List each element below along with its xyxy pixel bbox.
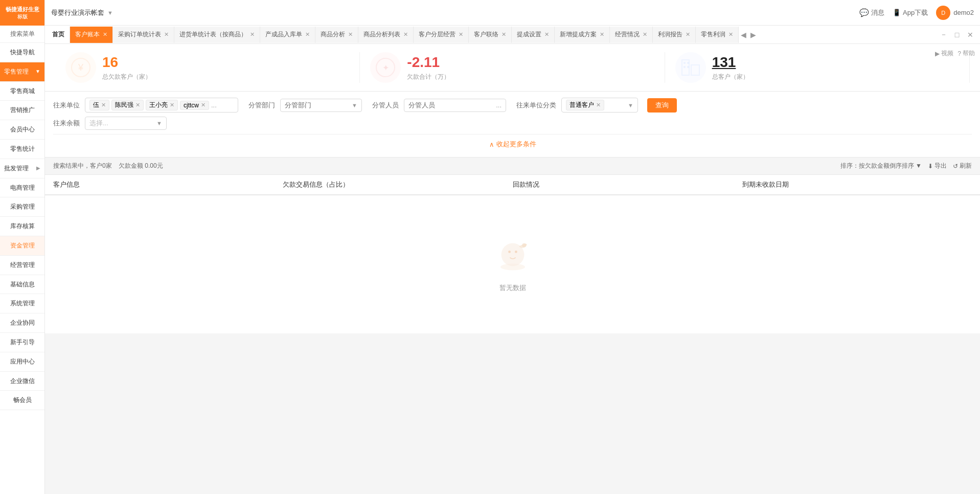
filter-more-btn[interactable]: ... <box>211 101 217 109</box>
balance-select[interactable]: 选择... ▼ <box>85 117 167 130</box>
refresh-btn[interactable]: ↺ 刷新 <box>953 162 972 170</box>
retail-mall-label: 零售商城 <box>10 87 35 95</box>
sidebar-item-system[interactable]: 系统管理 <box>0 294 44 313</box>
sidebar-item-wholesale[interactable]: 批发管理 ▶ <box>0 159 44 178</box>
tab-profit-report[interactable]: 利润报告 ✕ <box>653 27 696 43</box>
filter-tag-wang[interactable]: 王小亮 ✕ <box>146 100 178 110</box>
tab-customer-contact[interactable]: 客户联络 ✕ <box>469 27 512 43</box>
sidebar-item-member[interactable]: 会员中心 <box>0 120 44 140</box>
tab-close-icon[interactable]: ✕ <box>459 31 463 38</box>
message-btn[interactable]: 💬 消息 <box>859 8 884 17</box>
retail-label: 零售管理 <box>4 68 29 76</box>
sidebar-item-enterprise[interactable]: 企业协同 <box>0 313 44 333</box>
user-area[interactable]: D demo2 <box>936 6 974 20</box>
sidebar-item-basic-info[interactable]: 基础信息 <box>0 275 44 295</box>
tab-production[interactable]: 产成品入库单 ✕ <box>260 27 315 43</box>
sidebar-item-guide[interactable]: 新手引导 <box>0 333 44 352</box>
unit-filter-tags[interactable]: 伍 ✕ 陈民强 ✕ 王小亮 ✕ cjttcw ✕ ... <box>85 98 238 113</box>
sidebar-item-purchase[interactable]: 采购管理 <box>0 197 44 217</box>
unit-class-close[interactable]: ✕ <box>596 102 601 108</box>
app-download-btn[interactable]: 📱 App下载 <box>893 8 928 17</box>
manager-select[interactable]: 分管人员 ... <box>404 99 506 112</box>
tab-close-icon[interactable]: ✕ <box>544 31 549 38</box>
filter-tag-cjttcw[interactable]: cjttcw ✕ <box>180 101 209 110</box>
sidebar-item-operation[interactable]: 经营管理 <box>0 256 44 275</box>
tab-close-icon[interactable]: ✕ <box>643 31 647 38</box>
collapse-btn[interactable]: ∧ 收起更多条件 <box>53 138 972 151</box>
sidebar-item-inventory[interactable]: 库存核算 <box>0 217 44 236</box>
debt-customers-value: 16 <box>102 54 349 71</box>
tab-close-all-btn[interactable]: ✕ <box>965 29 976 40</box>
sidebar-item-marketing[interactable]: 营销推广 <box>0 101 44 120</box>
empty-illustration <box>492 236 533 277</box>
video-btn[interactable]: ▶ 视频 <box>935 49 953 58</box>
tab-close-icon[interactable]: ✕ <box>600 31 604 38</box>
tab-close-icon[interactable]: ✕ <box>103 31 107 38</box>
stat-help-area: ▶ 视频 ? 帮助 <box>935 49 975 58</box>
sidebar-item-quick-nav[interactable]: 快捷导航 <box>0 43 44 62</box>
store-selector[interactable]: 母婴行业演示帐套 ▼ <box>51 8 113 17</box>
unit-class-tag[interactable]: 普通客户 ✕ <box>566 100 604 110</box>
tab-incoming-stats[interactable]: 进货单统计表（按商品） ✕ <box>174 27 260 43</box>
tab-minimize-btn[interactable]: － <box>938 29 949 40</box>
tag-wang-close[interactable]: ✕ <box>170 102 174 108</box>
tab-commission-settings[interactable]: 提成设置 ✕ <box>512 27 555 43</box>
tab-purchase-stats[interactable]: 采购订单统计表 ✕ <box>113 27 174 43</box>
guide-label: 新手引导 <box>10 339 35 346</box>
tag-chen-close[interactable]: ✕ <box>135 102 140 108</box>
tab-close-icon[interactable]: ✕ <box>164 31 169 38</box>
search-btn[interactable]: 查询 <box>647 98 677 113</box>
export-label: 导出 <box>935 162 947 170</box>
tab-restore-btn[interactable]: □ <box>951 29 963 40</box>
sidebar-item-member-plus[interactable]: 畅会员 <box>0 391 44 410</box>
tag-wu-close[interactable]: ✕ <box>101 102 106 108</box>
tab-goods-analysis[interactable]: 商品分析 ✕ <box>315 27 358 43</box>
tab-close-icon[interactable]: ✕ <box>348 31 353 38</box>
sidebar-item-retail-mall[interactable]: 零售商城 <box>0 82 44 101</box>
help-btn[interactable]: ? 帮助 <box>958 49 975 58</box>
svg-rect-6 <box>683 62 686 64</box>
sort-chevron[interactable]: ▼ <box>916 162 922 169</box>
tag-cjttcw-close[interactable]: ✕ <box>201 102 206 108</box>
tab-business-situation[interactable]: 经营情况 ✕ <box>610 27 653 43</box>
sidebar-item-retail-stats[interactable]: 零售统计 <box>0 140 44 159</box>
manager-more[interactable]: ... <box>496 101 502 109</box>
unit-class-select[interactable]: 普通客户 ✕ ▼ <box>561 98 638 113</box>
tab-new-commission[interactable]: 新增提成方案 ✕ <box>555 27 610 43</box>
tab-customer-ledger[interactable]: 客户账本 ✕ <box>70 27 113 43</box>
filter-tag-wu[interactable]: 伍 ✕ <box>89 100 109 110</box>
system-label: 系统管理 <box>10 300 35 307</box>
tab-home[interactable]: 首页 <box>47 27 70 43</box>
tab-retail-profit[interactable]: 零售利润 ✕ <box>696 27 739 43</box>
search-menu-btn[interactable]: 搜索菜单 <box>0 26 44 43</box>
money-icon: ¥ <box>65 52 96 83</box>
tab-close-icon[interactable]: ✕ <box>403 31 408 38</box>
department-select[interactable]: 分管部门 ▼ <box>280 99 362 112</box>
tab-commission-settings-label: 提成设置 <box>517 30 541 39</box>
sidebar-item-app-center[interactable]: 应用中心 <box>0 352 44 372</box>
sidebar: 畅捷通好生意 标版 搜索菜单 快捷导航 零售管理 ▼ 零售商城 营销推广 会员中… <box>0 0 45 494</box>
sidebar-item-enterprise-wechat[interactable]: 企业微信 <box>0 372 44 391</box>
tab-profit-report-label: 利润报告 <box>658 30 682 39</box>
tab-close-icon[interactable]: ✕ <box>305 31 310 38</box>
balance-placeholder: 选择... <box>89 119 154 128</box>
tab-customer-layer[interactable]: 客户分层经营 ✕ <box>414 27 469 43</box>
tab-scroll-right[interactable]: ▶ <box>748 31 758 39</box>
chevron-down-icon: ▼ <box>107 10 113 16</box>
export-btn[interactable]: ⬇ 导出 <box>928 162 947 170</box>
tab-close-icon[interactable]: ✕ <box>686 31 690 38</box>
tab-close-icon[interactable]: ✕ <box>250 31 255 38</box>
tab-close-icon[interactable]: ✕ <box>502 31 506 38</box>
debt-amount-label: 欠款合计（万） <box>407 73 654 81</box>
result-count-text: 搜索结果中，客户0家 <box>53 162 112 169</box>
result-text: 搜索结果中，客户0家 欠款金额 0.00元 <box>53 162 163 170</box>
sidebar-item-finance[interactable]: 资金管理 <box>0 236 44 256</box>
tab-close-icon[interactable]: ✕ <box>728 31 733 38</box>
tab-goods-analysis-list[interactable]: 商品分析列表 ✕ <box>358 27 414 43</box>
unit-label: 往来单位 <box>53 101 80 110</box>
sidebar-item-retail[interactable]: 零售管理 ▼ <box>0 62 44 82</box>
sidebar-item-ecommerce[interactable]: 电商管理 <box>0 178 44 198</box>
filter-tag-chen[interactable]: 陈民强 ✕ <box>111 100 144 110</box>
tab-scroll-left[interactable]: ◀ <box>739 31 748 39</box>
debt-icon: ✦ <box>370 52 401 83</box>
